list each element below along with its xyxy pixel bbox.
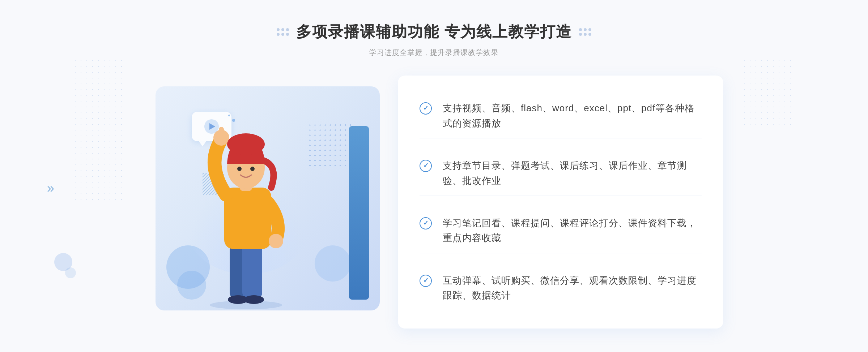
check-mark-3: ✓: [423, 220, 429, 226]
svg-point-12: [237, 167, 242, 171]
illustration-background: [156, 86, 380, 310]
feature-item-3: ✓ 学习笔记回看、课程提问、课程评论打分、课件资料下载，重点内容收藏: [420, 209, 702, 253]
main-content: ✓ 支持视频、音频、flash、word、excel、ppt、pdf等各种格式的…: [145, 76, 723, 329]
features-panel: ✓ 支持视频、音频、flash、word、excel、ppt、pdf等各种格式的…: [398, 76, 723, 329]
feature-text-3: 学习笔记回看、课程提问、课程评论打分、课件资料下载，重点内容收藏: [443, 216, 702, 246]
svg-point-8: [269, 234, 283, 248]
page-subtitle: 学习进度全掌握，提升录播课教学效果: [277, 48, 591, 57]
check-mark-4: ✓: [423, 277, 429, 284]
svg-point-13: [250, 167, 255, 171]
check-circle-3: ✓: [420, 217, 432, 229]
dots-pattern: [307, 123, 351, 166]
feature-item-4: ✓ 互动弹幕、试听购买、微信分享、观看次数限制、学习进度跟踪、数据统计: [420, 266, 702, 310]
svg-point-4: [244, 295, 264, 304]
check-icon-2: ✓: [420, 160, 433, 173]
check-icon-1: ✓: [420, 102, 433, 115]
svg-rect-2: [242, 242, 262, 300]
deco-circle-2: [65, 267, 76, 278]
title-deco-left: [277, 28, 289, 36]
check-icon-3: ✓: [420, 217, 433, 230]
chevron-decoration: »: [47, 181, 54, 196]
check-mark-1: ✓: [423, 105, 429, 111]
check-circle-1: ✓: [420, 102, 432, 115]
title-row: 多项录播课辅助功能 专为线上教学打造: [277, 22, 591, 42]
feature-text-4: 互动弹幕、试听购买、微信分享、观看次数限制、学习进度跟踪、数据统计: [443, 273, 702, 303]
deco-circle-bottom-right: [315, 245, 351, 282]
page-container: » 多项录播课辅助功能 专为线上教学打造 学习进度全掌握，提升录播课教学效果: [0, 0, 868, 352]
blue-side-bar: [349, 126, 369, 300]
svg-rect-7: [219, 127, 224, 140]
bg-dots-left: [72, 58, 127, 202]
feature-text-2: 支持章节目录、弹题考试、课后练习、课后作业、章节测验、批改作业: [443, 158, 702, 188]
illustration-panel: [145, 76, 391, 321]
check-icon-4: ✓: [420, 275, 433, 288]
bg-dots-right: [741, 58, 796, 130]
header-section: 多项录播课辅助功能 专为线上教学打造 学习进度全掌握，提升录播课教学效果: [277, 22, 591, 57]
person-illustration: [184, 108, 307, 310]
feature-item-1: ✓ 支持视频、音频、flash、word、excel、ppt、pdf等各种格式的…: [420, 94, 702, 138]
check-circle-4: ✓: [420, 275, 432, 287]
feature-text-1: 支持视频、音频、flash、word、excel、ppt、pdf等各种格式的资源…: [443, 101, 702, 131]
check-mark-2: ✓: [423, 162, 429, 169]
svg-point-11: [227, 133, 265, 155]
page-title: 多项录播课辅助功能 专为线上教学打造: [296, 22, 572, 42]
title-deco-right: [579, 28, 591, 36]
feature-item-2: ✓ 支持章节目录、弹题考试、课后练习、课后作业、章节测验、批改作业: [420, 151, 702, 196]
check-circle-2: ✓: [420, 160, 432, 172]
